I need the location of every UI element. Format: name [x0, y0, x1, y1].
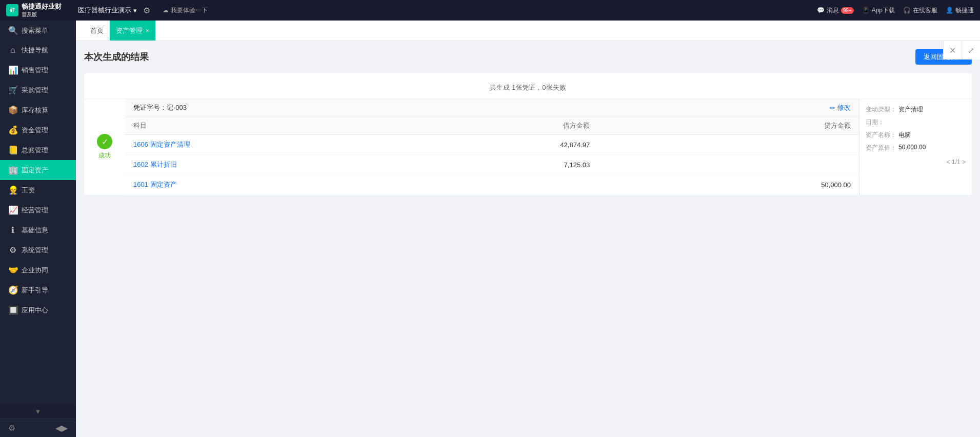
- change-type-value: 资产清理: [898, 105, 923, 114]
- app-download-label: App下载: [872, 6, 895, 15]
- voucher-number-value: 记-003: [167, 104, 187, 111]
- sidebar-item-fund[interactable]: 💰 资金管理: [0, 120, 76, 140]
- sidebar-item-label: 销售管理: [22, 66, 48, 75]
- sidebar-item-ledger[interactable]: 📒 总账管理: [0, 140, 76, 160]
- tab-asset-management[interactable]: 资产管理 ×: [110, 21, 155, 41]
- td-subject-2: 1601 固定资产: [125, 175, 337, 194]
- sidebar-item-system[interactable]: ⚙ 系统管理: [0, 240, 76, 260]
- page-indicator: 1/1: [952, 158, 962, 166]
- main-layout: 🔍 搜索菜单 ⌂ 快捷导航 📊 销售管理 🛒 采购管理 📦 库存核算 💰: [0, 21, 980, 437]
- tab-close-icon[interactable]: ×: [146, 27, 149, 34]
- td-subject-1: 1602 累计折旧: [125, 155, 337, 174]
- page-title: 本次生成的结果: [84, 51, 149, 63]
- logo-icon: 好: [6, 4, 18, 16]
- table-row: 1606 固定资产清理 42,874.97: [125, 135, 859, 155]
- sidebar-item-quick-nav[interactable]: ⌂ 快捷导航: [0, 41, 76, 60]
- settings-bottom-icon[interactable]: ⚙: [8, 423, 15, 433]
- sidebar-item-label: 快捷导航: [22, 46, 48, 55]
- sidebar: 🔍 搜索菜单 ⌂ 快捷导航 📊 销售管理 🛒 采购管理 📦 库存核算 💰: [0, 21, 76, 437]
- topbar-right: 💬 消息 99+ 📱 App下载 🎧 在线客服 👤 畅捷通: [817, 6, 974, 15]
- voucher-edit-button[interactable]: ✏ 修改: [830, 103, 851, 112]
- sidebar-item-purchase[interactable]: 🛒 采购管理: [0, 80, 76, 100]
- user-area[interactable]: 👤 畅捷通: [946, 6, 974, 15]
- prev-icon[interactable]: <: [947, 158, 950, 166]
- sidebar-item-label: 新手引导: [22, 286, 48, 295]
- side-info-asset-name: 资产名称： 电脑: [866, 131, 966, 140]
- td-debit-0: 42,874.97: [337, 136, 598, 154]
- asset-name-value: 电脑: [898, 131, 911, 140]
- collapse-icon[interactable]: ◀▶: [55, 423, 68, 433]
- subject-link-2[interactable]: 1601 固定资产: [133, 181, 177, 188]
- settings-icon[interactable]: ⚙: [143, 6, 150, 15]
- sidebar-item-cooperation[interactable]: 🤝 企业协同: [0, 260, 76, 280]
- sidebar-item-label: 经营管理: [22, 206, 48, 215]
- sales-icon: 📊: [8, 65, 17, 75]
- trial-area: ☁ 我要体验一下: [163, 6, 208, 15]
- next-icon[interactable]: >: [962, 158, 966, 166]
- messages-label: 消息: [827, 6, 839, 15]
- sidebar-item-label: 系统管理: [22, 246, 48, 255]
- sidebar-scroll-down[interactable]: ▼: [0, 404, 76, 419]
- app-name: 畅捷通好业财: [22, 3, 62, 10]
- sidebar-item-label: 采购管理: [22, 86, 48, 95]
- fund-icon: 💰: [8, 125, 17, 135]
- close-panel-button[interactable]: ✕: [943, 41, 962, 59]
- success-mark: ✓ 成功: [84, 99, 125, 195]
- sidebar-item-business[interactable]: 📈 经营管理: [0, 200, 76, 220]
- tab-home[interactable]: 首页: [84, 21, 110, 41]
- page-header: 本次生成的结果 返回固定资产: [84, 49, 972, 65]
- ledger-icon: 📒: [8, 145, 17, 155]
- sidebar-item-guide[interactable]: 🧭 新手引导: [0, 280, 76, 300]
- topbar-center: 医疗器械行业演示 ▾ ⚙ ☁ 我要体验一下: [73, 6, 817, 15]
- download-icon: 📱: [862, 7, 870, 14]
- sidebar-item-label: 资金管理: [22, 126, 48, 135]
- side-info-pagination[interactable]: < 1/1 >: [866, 158, 966, 166]
- expand-panel-button[interactable]: ⤢: [962, 41, 980, 59]
- username: 畅捷通: [955, 6, 974, 15]
- sidebar-item-basic-info[interactable]: ℹ 基础信息: [0, 220, 76, 240]
- guide-icon: 🧭: [8, 285, 17, 295]
- sidebar-scroll: 🔍 搜索菜单 ⌂ 快捷导航 📊 销售管理 🛒 采购管理 📦 库存核算 💰: [0, 21, 76, 404]
- summary-text: 共生成 1张凭证，0张失败: [490, 84, 566, 91]
- app-edition: 普及版: [22, 11, 62, 18]
- td-debit-1: 7,125.03: [337, 156, 598, 174]
- app-center-icon: 🔲: [8, 305, 17, 315]
- trial-text[interactable]: 我要体验一下: [171, 6, 208, 15]
- sidebar-bottom: ⚙ ◀▶: [0, 419, 76, 437]
- side-info-change-type: 变动类型： 资产清理: [866, 105, 966, 114]
- tab-asset-management-label: 资产管理: [116, 26, 143, 35]
- td-credit-0: [598, 140, 859, 150]
- tab-bar: 首页 资产管理 ×: [76, 21, 980, 41]
- voucher-number-prefix: 凭证字号：: [133, 104, 167, 111]
- sidebar-item-app-center[interactable]: 🔲 应用中心: [0, 300, 76, 320]
- original-value: 50,000.00: [898, 144, 926, 152]
- business-icon: 📈: [8, 205, 17, 215]
- sidebar-item-inventory[interactable]: 📦 库存核算: [0, 100, 76, 120]
- sidebar-item-sales[interactable]: 📊 销售管理: [0, 60, 76, 80]
- voucher-main: 凭证字号：记-003 ✏ 修改 科目: [125, 99, 859, 195]
- payroll-icon: 👷: [8, 185, 17, 195]
- sidebar-item-label: 基础信息: [22, 226, 48, 235]
- online-support-button[interactable]: 🎧 在线客服: [903, 6, 937, 15]
- home-icon: ⌂: [8, 46, 17, 55]
- app-logo: 好 畅捷通好业财 普及版: [6, 2, 73, 18]
- company-selector[interactable]: 医疗器械行业演示 ▾: [78, 6, 137, 15]
- side-info-panel: 变动类型： 资产清理 日期： 资产名称： 电脑 资产原值：: [859, 99, 972, 195]
- side-info-date: 日期：: [866, 118, 966, 127]
- page-content: 本次生成的结果 返回固定资产 共生成 1张凭证，0张失败 ✓ 成功: [76, 41, 980, 437]
- app-download-button[interactable]: 📱 App下载: [862, 6, 895, 15]
- purchase-icon: 🛒: [8, 85, 17, 95]
- messages-button[interactable]: 💬 消息 99+: [817, 6, 854, 15]
- side-info-original-value: 资产原值： 50,000.00: [866, 144, 966, 152]
- subject-link-0[interactable]: 1606 固定资产清理: [133, 141, 190, 148]
- asset-name-label: 资产名称：: [866, 131, 896, 140]
- sidebar-item-fixed-assets[interactable]: 🏢 固定资产: [0, 160, 76, 180]
- avatar-icon: 👤: [946, 7, 953, 14]
- success-text: 成功: [98, 151, 111, 160]
- subject-link-1[interactable]: 1602 累计折旧: [133, 161, 177, 168]
- sidebar-item-search[interactable]: 🔍 搜索菜单: [0, 21, 76, 41]
- th-credit: 贷方金额: [598, 117, 859, 134]
- sidebar-item-payroll[interactable]: 👷 工资: [0, 180, 76, 200]
- table-row: 1602 累计折旧 7,125.03: [125, 155, 859, 175]
- th-subject: 科目: [125, 117, 337, 134]
